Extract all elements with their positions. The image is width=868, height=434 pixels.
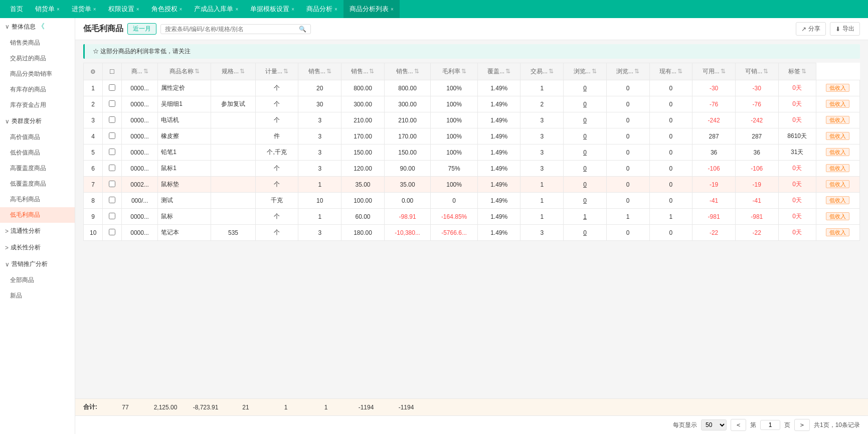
- col-browse1[interactable]: 浏览...⇅: [564, 63, 607, 80]
- sidebar-item-sales-goods[interactable]: 销售类商品: [0, 35, 75, 51]
- sidebar-item-low-margin[interactable]: 低毛利商品: [0, 207, 75, 223]
- col-name[interactable]: 商品名称⇅: [158, 63, 211, 80]
- cell-browse1: 1: [606, 209, 649, 225]
- nav-close-sales[interactable]: ×: [57, 7, 60, 12]
- share-button[interactable]: ↗ 分享: [796, 22, 826, 36]
- search-input[interactable]: [165, 26, 297, 33]
- cell-profit: 150.00: [384, 144, 431, 161]
- sidebar-group-liquidity[interactable]: > 流通性分析: [0, 223, 75, 239]
- nav-purchase[interactable]: 进货单 ×: [66, 0, 102, 18]
- cell-checkbox[interactable]: [103, 161, 122, 177]
- cell-checkbox[interactable]: [103, 112, 122, 128]
- cell-checkbox[interactable]: [103, 96, 122, 112]
- nav-close-analysis[interactable]: ×: [334, 7, 337, 12]
- nav-close-finished[interactable]: ×: [235, 7, 238, 12]
- top-navigation: 首页 销货单 × 进货单 × 权限设置 × 角色授权 × 产成品入库单 × 单据…: [0, 0, 868, 18]
- collapse-icon[interactable]: 《: [38, 22, 45, 31]
- col-price[interactable]: 销售...⇅: [341, 63, 385, 80]
- col-checkbox[interactable]: ☐: [103, 63, 122, 80]
- cell-spec: [211, 193, 256, 209]
- sidebar-item-new-goods[interactable]: 新品: [0, 288, 75, 304]
- cell-checkbox[interactable]: [103, 225, 122, 241]
- sidebar-item-all-goods[interactable]: 全部商品: [0, 272, 75, 288]
- cell-trade[interactable]: 0: [564, 177, 607, 193]
- col-tag[interactable]: 标签⇅: [778, 63, 816, 80]
- nav-product-analysis[interactable]: 商品分析 ×: [300, 0, 343, 18]
- nav-close-roles[interactable]: ×: [180, 7, 183, 12]
- sidebar-group-overall[interactable]: ∨ 整体信息 《: [0, 18, 75, 35]
- cell-trade[interactable]: 0: [564, 128, 607, 144]
- col-browse2[interactable]: 浏览...⇅: [606, 63, 649, 80]
- table-row: 1 0000... 属性定价 个 20 800.00 800.00 100% 1…: [84, 80, 860, 96]
- nav-close-template[interactable]: ×: [291, 7, 294, 12]
- prev-page-button[interactable]: ＜: [731, 419, 746, 431]
- sidebar-item-inventory-capital[interactable]: 库存资金占用: [0, 97, 75, 113]
- nav-close-analysis-list[interactable]: ×: [391, 7, 394, 12]
- cell-trade[interactable]: 0: [564, 193, 607, 209]
- col-sale-day[interactable]: 可销...⇅: [735, 63, 778, 80]
- cell-checkbox[interactable]: [103, 209, 122, 225]
- col-avail[interactable]: 可用...⇅: [692, 63, 736, 80]
- nav-close-permissions[interactable]: ×: [136, 7, 139, 12]
- sidebar-item-high-margin[interactable]: 高毛利商品: [0, 192, 75, 207]
- cell-trade[interactable]: 1: [564, 209, 607, 225]
- sidebar-item-high-value[interactable]: 高价值商品: [0, 129, 75, 145]
- nav-template-settings[interactable]: 单据模板设置 ×: [244, 0, 300, 18]
- per-page-select[interactable]: 50 100 200: [701, 419, 727, 430]
- col-profit[interactable]: 销售...⇅: [384, 63, 431, 80]
- cell-checkbox[interactable]: [103, 177, 122, 193]
- cell-trade[interactable]: 0: [564, 161, 607, 177]
- sidebar-item-low-coverage[interactable]: 低覆盖度商品: [0, 176, 75, 192]
- sidebar-item-traded-goods[interactable]: 交易过的商品: [0, 51, 75, 66]
- nav-finished-goods[interactable]: 产成品入库单 ×: [188, 0, 244, 18]
- sidebar-group-marketing[interactable]: ∨ 营销推广分析: [0, 256, 75, 272]
- page-number-input[interactable]: [760, 420, 780, 430]
- cell-trade[interactable]: 0: [564, 144, 607, 161]
- export-button[interactable]: ⬇ 导出: [830, 22, 860, 36]
- sidebar-group-growth-label: 成长性分析: [11, 243, 41, 252]
- nav-permissions[interactable]: 权限设置 ×: [102, 0, 145, 18]
- col-profit-rate[interactable]: 毛利率⇅: [431, 63, 477, 80]
- col-coverage[interactable]: 覆盖...⇅: [477, 63, 520, 80]
- sidebar-group-cluster[interactable]: ∨ 类群度分析: [0, 113, 75, 129]
- sidebar-item-low-value[interactable]: 低价值商品: [0, 145, 75, 161]
- sidebar-group-growth[interactable]: > 成长性分析: [0, 239, 75, 256]
- share-icon: ↗: [801, 26, 806, 33]
- cell-num: 8: [84, 193, 103, 209]
- cell-trade[interactable]: 0: [564, 225, 607, 241]
- col-settings[interactable]: ⚙: [84, 63, 103, 80]
- cell-qty: 1: [298, 209, 341, 225]
- cell-checkbox[interactable]: [103, 144, 122, 161]
- next-page-button[interactable]: ＞: [794, 419, 810, 431]
- sidebar-item-high-coverage[interactable]: 高覆盖度商品: [0, 161, 75, 176]
- cell-code: 0000...: [122, 225, 158, 241]
- cell-code: 0000...: [122, 209, 158, 225]
- nav-roles[interactable]: 角色授权 ×: [145, 0, 189, 18]
- col-stock[interactable]: 现有...⇅: [649, 63, 692, 80]
- col-spec[interactable]: 规格...⇅: [211, 63, 256, 80]
- cell-avail: 36: [735, 144, 778, 161]
- cell-qty: 30: [298, 96, 341, 112]
- nav-home[interactable]: 首页: [4, 0, 29, 18]
- nav-sales[interactable]: 销货单 ×: [29, 0, 66, 18]
- col-qty[interactable]: 销售...⇅: [298, 63, 341, 80]
- cell-trade[interactable]: 0: [564, 96, 607, 112]
- filter-period-button[interactable]: 近一月: [127, 23, 156, 35]
- cell-profit: 300.00: [384, 96, 431, 112]
- sidebar-item-inventory-goods[interactable]: 有库存的商品: [0, 82, 75, 97]
- cell-trade[interactable]: 0: [564, 80, 607, 96]
- cell-tag: 低收入: [816, 96, 859, 112]
- col-unit[interactable]: 计量...⇅: [255, 63, 298, 80]
- col-code[interactable]: 商...⇅: [122, 63, 158, 80]
- cell-checkbox[interactable]: [103, 80, 122, 96]
- nav-product-analysis-list[interactable]: 商品分析列表 ×: [343, 0, 400, 18]
- cell-qty: 3: [298, 112, 341, 128]
- table-container: ⚙ ☐ 商...⇅ 商品名称⇅ 规格...⇅ 计量...⇅ 销售...⇅ 销售.…: [75, 63, 868, 398]
- table-row: 2 0000... 吴细细1 参加复试 个 30 300.00 300.00 1…: [84, 96, 860, 112]
- sidebar-item-category-rate[interactable]: 商品分类助销率: [0, 66, 75, 82]
- cell-trade[interactable]: 0: [564, 112, 607, 128]
- cell-checkbox[interactable]: [103, 193, 122, 209]
- nav-close-purchase[interactable]: ×: [93, 7, 96, 12]
- col-trade[interactable]: 交易...⇅: [520, 63, 564, 80]
- cell-checkbox[interactable]: [103, 128, 122, 144]
